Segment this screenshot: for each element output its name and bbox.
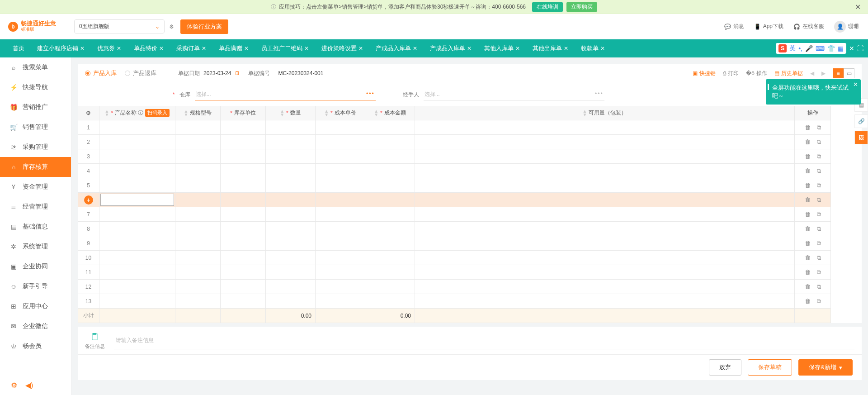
delete-icon[interactable]: 🗑 — [805, 283, 811, 290]
cancel-button[interactable]: 放弃 — [709, 359, 741, 376]
data-cell[interactable] — [415, 120, 795, 135]
data-cell[interactable] — [316, 207, 365, 222]
delete-icon[interactable]: 🗑 — [805, 196, 811, 204]
delete-icon[interactable]: 🗑 — [805, 153, 811, 160]
tab-close-icon[interactable]: ✕ — [304, 45, 309, 52]
data-cell[interactable] — [221, 149, 266, 164]
copy-icon[interactable]: ⧉ — [817, 225, 821, 233]
data-cell[interactable] — [266, 120, 316, 135]
data-cell[interactable] — [266, 207, 316, 222]
copy-icon[interactable]: ⧉ — [817, 211, 821, 218]
warehouse-select[interactable]: 选择...••• — [195, 89, 376, 100]
data-cell[interactable] — [415, 265, 795, 280]
data-cell[interactable] — [175, 135, 221, 149]
data-cell[interactable] — [365, 120, 415, 135]
data-cell[interactable] — [266, 222, 316, 236]
data-cell[interactable] — [221, 193, 266, 207]
pill-image-icon[interactable]: 🖼 — [854, 131, 868, 144]
copy-icon[interactable]: ⧉ — [817, 240, 821, 247]
handler-select[interactable]: 选择...••• — [424, 89, 604, 100]
data-cell[interactable] — [266, 193, 316, 207]
data-cell[interactable] — [175, 207, 221, 222]
data-cell[interactable] — [316, 265, 365, 280]
prev-icon[interactable]: ◀ — [810, 70, 814, 76]
name-cell[interactable] — [99, 207, 175, 222]
delete-icon[interactable]: 🗑 — [805, 240, 811, 247]
data-cell[interactable] — [316, 178, 365, 193]
sidebar-item[interactable]: ▤基础信息 — [0, 217, 71, 237]
settings-icon[interactable]: ⚙ — [11, 381, 17, 390]
data-cell[interactable] — [221, 120, 266, 135]
sidebar-item[interactable]: ⌕搜索菜单 — [0, 57, 71, 77]
data-cell[interactable] — [221, 164, 266, 178]
data-cell[interactable] — [266, 294, 316, 309]
name-cell[interactable] — [99, 149, 175, 164]
tab-item[interactable]: 单品满赠✕ — [212, 39, 255, 57]
data-cell[interactable] — [221, 236, 266, 251]
copy-icon[interactable]: ⧉ — [817, 196, 821, 204]
copy-icon[interactable]: ⧉ — [817, 283, 821, 290]
data-cell[interactable] — [415, 149, 795, 164]
data-cell[interactable] — [175, 120, 221, 135]
name-cell[interactable] — [99, 120, 175, 135]
name-cell[interactable] — [99, 280, 175, 294]
delete-icon[interactable]: 🗑 — [805, 269, 811, 276]
mode-in-radio[interactable]: 产品入库 — [85, 69, 117, 77]
data-cell[interactable] — [175, 193, 221, 207]
data-cell[interactable] — [266, 280, 316, 294]
ops-action[interactable]: �ŏ 操作 — [746, 70, 767, 77]
sidebar-item[interactable]: ≣经营管理 — [0, 197, 71, 217]
name-cell[interactable] — [99, 251, 175, 265]
name-cell[interactable] — [99, 222, 175, 236]
tab-item[interactable]: 优惠券✕ — [91, 39, 127, 57]
copy-icon[interactable]: ⧉ — [817, 124, 821, 131]
col-qty[interactable]: ▲▼*数量 — [266, 106, 316, 120]
data-cell[interactable] — [266, 164, 316, 178]
tenant-select[interactable]: 0五组旗舰版 ⌄ — [74, 19, 165, 33]
data-cell[interactable] — [365, 135, 415, 149]
data-cell[interactable] — [415, 280, 795, 294]
data-cell[interactable] — [175, 280, 221, 294]
data-cell[interactable] — [415, 236, 795, 251]
data-cell[interactable] — [175, 178, 221, 193]
name-cell[interactable] — [99, 178, 175, 193]
name-cell[interactable] — [99, 236, 175, 251]
data-cell[interactable] — [415, 164, 795, 178]
sidebar-item[interactable]: ¥资金管理 — [0, 177, 71, 197]
tab-item[interactable]: 其他出库单✕ — [526, 39, 575, 57]
sidebar-item[interactable]: ▣企业协同 — [0, 257, 71, 276]
delete-icon[interactable]: 🗑 — [805, 298, 811, 305]
data-cell[interactable] — [365, 193, 415, 207]
data-cell[interactable] — [316, 135, 365, 149]
data-cell[interactable] — [316, 251, 365, 265]
data-cell[interactable] — [266, 149, 316, 164]
mode-out-radio[interactable]: 产品退库 — [125, 69, 156, 77]
tab-close-icon[interactable]: ✕ — [600, 45, 605, 52]
sidebar-item[interactable]: 🛍采购管理 — [0, 137, 71, 157]
sidebar-item[interactable]: ⌂库存核算 — [0, 157, 71, 177]
tab-item[interactable]: 单品特价✕ — [127, 39, 170, 57]
data-cell[interactable] — [316, 193, 365, 207]
app-download-link[interactable]: 📱App下载 — [754, 23, 783, 30]
more-icon[interactable]: ••• — [595, 90, 604, 98]
data-cell[interactable] — [415, 135, 795, 149]
tab-item[interactable]: 产成品入库单✕ — [424, 39, 478, 57]
data-cell[interactable] — [365, 164, 415, 178]
copy-icon[interactable]: ⧉ — [817, 269, 821, 276]
col-unit[interactable]: *库存单位 — [221, 106, 266, 120]
history-action[interactable]: ▤ 历史单据 — [774, 70, 803, 77]
name-cell[interactable] — [99, 294, 175, 309]
data-cell[interactable] — [175, 236, 221, 251]
tab-close-icon[interactable]: ✕ — [515, 45, 520, 52]
copy-icon[interactable]: ⧉ — [817, 153, 821, 160]
data-cell[interactable] — [175, 294, 221, 309]
data-cell[interactable] — [266, 135, 316, 149]
more-icon[interactable]: ••• — [366, 90, 375, 98]
sidebar-item[interactable]: ♔畅会员 — [0, 336, 71, 356]
print-action[interactable]: ⎙ 打印 — [723, 70, 739, 77]
data-cell[interactable] — [365, 222, 415, 236]
data-cell[interactable] — [221, 178, 266, 193]
data-cell[interactable] — [415, 294, 795, 309]
view-card-icon[interactable]: ▭ — [844, 68, 854, 78]
col-amount[interactable]: ▲▼*成本金额 — [365, 106, 415, 120]
